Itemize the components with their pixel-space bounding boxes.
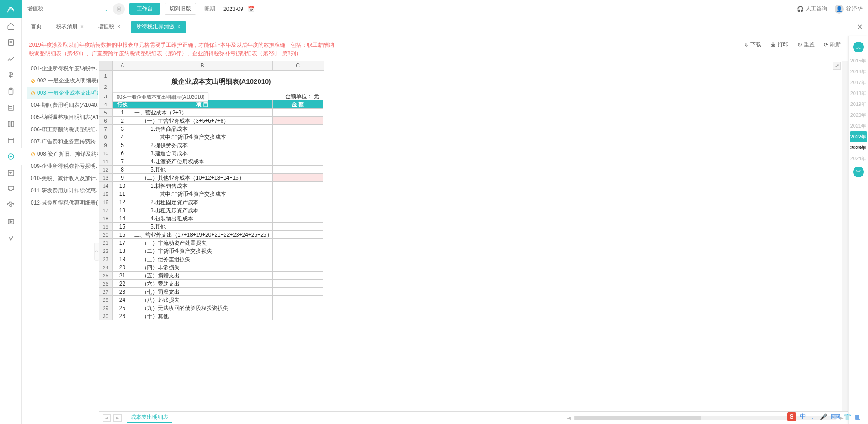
tabs-close-all-icon[interactable]: ✕ [857,23,863,31]
row-head[interactable]: 29 [99,304,113,312]
cell-amount[interactable] [273,141,323,149]
tab-3[interactable]: 所得税汇算清缴× [131,21,186,33]
cell-item[interactable]: （六）赞助支出 [132,280,273,288]
cell-seq[interactable]: 20 [113,263,132,272]
download-button[interactable]: ⇩下载 [744,41,761,48]
form-item-11[interactable]: 012-减免所得税优惠明细表(... [27,197,98,209]
row-head[interactable]: 14 [99,182,113,190]
row-head[interactable]: 21 [99,239,113,247]
form-item-6[interactable]: 007-广告费和业务宣传费跨... [27,136,98,148]
row-head[interactable]: 28 [99,296,113,304]
nav-chart-icon[interactable] [0,51,22,67]
row-head-1[interactable]: 12 [99,71,113,92]
year-2016年[interactable]: 2016年 [850,66,867,77]
cell-amount[interactable] [273,125,323,133]
nav-export-icon[interactable] [0,165,22,181]
cell-amount[interactable] [273,214,323,223]
form-item-4[interactable]: 005-纳税调整项目明细表(A1... [27,111,98,124]
cell-seq[interactable]: 13 [113,206,132,214]
nav-home-icon[interactable] [0,18,22,34]
cell-seq[interactable]: 18 [113,247,132,255]
cell-seq[interactable]: 21 [113,272,132,280]
row-head[interactable]: 26 [99,280,113,288]
cell-seq[interactable]: 7 [113,157,132,166]
nav-calendar-icon[interactable] [0,132,22,148]
row-head[interactable]: 5 [99,109,113,117]
nav-form-icon[interactable] [0,100,22,116]
cell-seq[interactable]: 16 [113,231,132,239]
ime-grid-icon[interactable]: ▦ [855,413,861,420]
cell-item[interactable]: 5.其他 [132,166,273,174]
year-2017年[interactable]: 2017年 [850,77,867,88]
form-item-10[interactable]: 011-研发费用加计扣除优惠... [27,185,98,197]
cell-item[interactable]: 1.销售商品成本 [132,125,273,133]
cell-seq[interactable]: 25 [113,304,132,312]
ime-keyboard-icon[interactable]: ⌨ [831,413,840,420]
cell-amount[interactable] [273,206,323,214]
cell-seq[interactable]: 22 [113,280,132,288]
row-head-3[interactable]: 3 [99,92,113,100]
cell-amount[interactable] [273,272,323,280]
cell-amount[interactable] [273,288,323,296]
cell-seq[interactable]: 1 [113,109,132,117]
breadcrumb-chip[interactable]: 003-一般企业成本支出明细表(A102010) [113,92,208,102]
reset-button[interactable]: ↻重置 [797,41,815,48]
cell-item[interactable]: 2.出租固定资产成本 [132,198,273,206]
year-scroll-down[interactable]: ︾ [853,167,864,177]
row-head[interactable]: 20 [99,231,113,239]
cell-amount[interactable] [273,296,323,304]
year-2019年[interactable]: 2019年 [850,99,867,110]
nav-video-icon[interactable] [0,214,22,230]
cell-seq[interactable]: 14 [113,214,132,223]
cell-item[interactable]: 其中:非货币性资产交换成本 [132,133,273,141]
cell-item[interactable]: 5.其他 [132,223,273,231]
cell-seq[interactable]: 3 [113,125,132,133]
cell-amount[interactable] [273,223,323,231]
user-menu[interactable]: 👤 徐泽华 [835,5,863,14]
cell-seq[interactable]: 9 [113,174,132,182]
year-2024年[interactable]: 2024年 [850,153,867,164]
workspace-button[interactable]: 工作台 [129,3,160,15]
cell-amount[interactable] [273,304,323,312]
form-item-9[interactable]: 010-免税、减计收入及加计... [27,172,98,185]
year-scroll-up[interactable]: ︽ [853,42,864,52]
year-2018年[interactable]: 2018年 [850,88,867,99]
col-header-A[interactable]: A [113,61,132,70]
cell-amount[interactable] [273,280,323,288]
cell-seq[interactable]: 8 [113,166,132,174]
nav-inbox-icon[interactable] [0,181,22,197]
nav-template-icon[interactable] [0,116,22,132]
row-head[interactable]: 13 [99,174,113,182]
year-2021年[interactable]: 2021年 [850,120,867,131]
cell-amount[interactable] [273,157,323,166]
cell-seq[interactable]: 5 [113,141,132,149]
cell-amount[interactable] [273,182,323,190]
cell-item[interactable]: 4.让渡资产使用权成本 [132,157,273,166]
close-icon[interactable]: × [177,24,180,30]
tab-0[interactable]: 首页 [27,18,45,36]
cell-seq[interactable]: 17 [113,239,132,247]
cell-seq[interactable]: 12 [113,198,132,206]
cell-item[interactable]: （八）坏账损失 [132,296,273,304]
row-head-4[interactable]: 4 [99,100,113,109]
row-head[interactable]: 12 [99,166,113,174]
hscroll-thumb[interactable] [575,416,701,420]
close-icon[interactable]: × [80,24,84,30]
form-item-2[interactable]: ⊘003-一般企业成本支出明细... [27,87,98,99]
close-icon[interactable]: × [117,24,120,30]
collapse-handle[interactable]: ‹‹ [94,243,99,261]
hscroll-left[interactable]: ◄ [566,415,571,421]
row-head[interactable]: 9 [99,141,113,149]
row-head[interactable]: 16 [99,198,113,206]
cell-item[interactable]: （三）债务重组损失 [132,255,273,263]
row-head[interactable]: 25 [99,272,113,280]
row-head[interactable]: 23 [99,255,113,263]
cell-amount[interactable] [273,166,323,174]
period-value[interactable]: 2023-09 [223,6,243,12]
sheet-body[interactable]: 12 一般企业成本支出明细表(A102010) 003-一般企业成本支出明细表(… [99,71,324,411]
cell-amount[interactable] [273,255,323,263]
cell-amount[interactable] [273,231,323,239]
cell-amount[interactable] [273,149,323,157]
row-head[interactable]: 30 [99,312,113,320]
row-head[interactable]: 18 [99,214,113,223]
